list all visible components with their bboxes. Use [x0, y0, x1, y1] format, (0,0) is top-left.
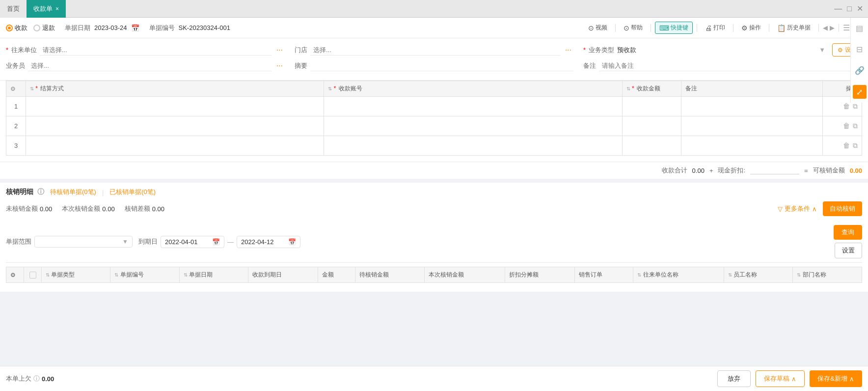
select-all-checkbox[interactable] — [29, 272, 36, 279]
copy-icon-2[interactable]: ⧉ — [853, 122, 858, 130]
btn-operation[interactable]: ⚙ 操作 — [737, 22, 765, 33]
cell-account-1[interactable] — [324, 97, 622, 116]
bottom-actions: 放弃 保存草稿 ∧ 保存&新增 ∧ — [717, 370, 862, 387]
btn-history[interactable]: 📋 历史单据 — [773, 22, 814, 33]
more-conditions-btn[interactable]: ▽ 更多条件 ∧ — [778, 204, 817, 213]
sidebar-link-icon[interactable]: 🔗 — [853, 64, 867, 77]
delete-icon-3[interactable]: 🗑 — [843, 141, 850, 150]
cell-account-2[interactable] — [324, 116, 622, 136]
remark-input[interactable] — [599, 60, 862, 71]
tab-done[interactable]: 已核销单据(0笔) — [109, 188, 156, 196]
cell-remark-1[interactable] — [681, 97, 822, 116]
abandon-button[interactable]: 放弃 — [717, 370, 751, 387]
delete-icon-2[interactable]: 🗑 — [843, 122, 850, 130]
maximize-icon[interactable]: □ — [847, 4, 852, 13]
list-view-icon[interactable]: ☰ — [843, 23, 850, 32]
radio-return-label: 退款 — [42, 24, 55, 32]
cell-remark-2[interactable] — [681, 116, 822, 136]
close-icon[interactable]: ✕ — [857, 4, 863, 13]
store-more-btn[interactable]: ··· — [563, 46, 573, 55]
save-new-chevron: ∧ — [849, 375, 854, 383]
net-value: 0.00 — [850, 167, 862, 174]
copy-icon-1[interactable]: ⧉ — [853, 102, 858, 111]
calendar-to-icon[interactable]: 📅 — [288, 238, 296, 246]
table-settings-icon[interactable]: ⚙ — [10, 85, 16, 92]
date-to-input[interactable] — [241, 238, 285, 246]
next-icon[interactable]: ▶ — [830, 24, 835, 31]
settings-button[interactable]: 设置 — [835, 243, 862, 258]
minimize-icon[interactable]: — — [834, 4, 842, 13]
counterpart-more-btn[interactable]: ··· — [274, 46, 285, 55]
save-new-button[interactable]: 保存&新增 ∧ — [810, 370, 862, 387]
verify-settings-icon[interactable]: ⚙ — [10, 272, 16, 279]
help-icon: ⊙ — [624, 24, 629, 32]
btn-shortcut[interactable]: ⌨ 快捷键 — [655, 22, 693, 34]
staff-field: 业务员 ··· — [6, 60, 285, 71]
remark-field: 备注 — [583, 60, 862, 71]
tab-close-icon[interactable]: × — [55, 5, 59, 12]
cell-settlement-2[interactable] — [26, 116, 324, 136]
save-draft-button[interactable]: 保存草稿 ∧ — [756, 370, 805, 387]
cell-amount-3[interactable] — [622, 136, 681, 156]
prev-icon[interactable]: ◀ — [823, 24, 828, 31]
store-input[interactable] — [310, 45, 560, 56]
calendar-icon[interactable]: 📅 — [131, 24, 139, 32]
unverified-value: 0.00 — [40, 205, 52, 213]
print-icon: 🖨 — [705, 24, 712, 32]
sidebar-expand-icon[interactable]: ⤢ — [853, 85, 867, 99]
radio-return-circle — [33, 25, 40, 31]
btn-print[interactable]: 🖨 打印 — [701, 22, 729, 33]
doc-range-chevron: ▼ — [122, 238, 128, 245]
btn-help[interactable]: ⊙ 帮助 — [620, 22, 647, 33]
cell-remark-3[interactable] — [681, 136, 822, 156]
delete-icon-1[interactable]: 🗑 — [843, 102, 850, 111]
btn-video[interactable]: ⊙ 视频 — [584, 22, 611, 33]
radio-return[interactable]: 退款 — [33, 24, 55, 32]
sidebar-doc-icon[interactable]: ⊟ — [854, 43, 865, 56]
cell-settlement-1[interactable] — [26, 97, 324, 116]
cell-amount-1[interactable] — [622, 97, 681, 116]
doc-range-label: 单据范围 — [6, 237, 31, 246]
staff-input[interactable] — [28, 60, 271, 71]
tab-home-label: 首页 — [7, 4, 20, 13]
counterpart-label: * 往来单位 — [6, 46, 37, 55]
main-content: 收款 退款 单据日期 2023-03-24 📅 单据编号 SK-20230324… — [0, 18, 868, 292]
tab-home[interactable]: 首页 — [0, 0, 27, 18]
tab-active[interactable]: 收款单 × — [27, 0, 66, 18]
summary-row: 收款合计 0.00 + 现金折扣: = 可核销金额 0.00 — [0, 162, 868, 179]
calendar-from-icon[interactable]: 📅 — [212, 238, 220, 246]
discount-input[interactable] — [750, 167, 799, 174]
date-from-input[interactable] — [165, 238, 209, 246]
verify-tabs: 待核销单据(0笔) | 已核销单据(0笔) — [50, 188, 156, 196]
business-type-chevron[interactable]: ▼ — [819, 46, 825, 54]
vth-collect-date: 收款到期日 — [248, 267, 318, 283]
btn-video-label: 视频 — [596, 24, 607, 32]
remark-label: 备注 — [583, 61, 596, 70]
sidebar-table-icon[interactable]: ▤ — [854, 22, 865, 35]
th-account: ⇅ * 收款账号 — [324, 81, 622, 97]
cell-account-3[interactable] — [324, 136, 622, 156]
table-row: 2 🗑 ⧉ — [6, 116, 862, 136]
verify-table: ⚙ ⇅ 单据类型 ⇅ 单据编号 — [6, 267, 862, 283]
auto-verify-button[interactable]: 自动核销 — [823, 201, 862, 216]
doc-range-select[interactable]: ▼ — [34, 236, 133, 248]
history-icon: 📋 — [777, 24, 786, 32]
staff-label: 业务员 — [6, 61, 25, 70]
filter-icon: ▽ — [778, 205, 783, 213]
copy-icon-3[interactable]: ⧉ — [853, 141, 858, 150]
row-num-3: 3 — [6, 136, 26, 156]
counterpart-input[interactable] — [40, 45, 271, 56]
info-icon[interactable]: ⓘ — [37, 188, 44, 196]
radio-receive[interactable]: 收款 — [6, 24, 27, 32]
tab-pending[interactable]: 待核销单据(0笔) — [50, 188, 96, 196]
payment-type-radio: 收款 退款 — [6, 24, 55, 32]
staff-more-btn[interactable]: ··· — [274, 61, 285, 70]
th-remark: 备注 — [681, 81, 822, 97]
discount-label: 现金折扣: — [718, 166, 745, 175]
required-mark2: * — [583, 46, 586, 54]
current-label: 本单上欠 — [6, 374, 31, 383]
cell-amount-2[interactable] — [622, 116, 681, 136]
summary-input[interactable] — [310, 60, 573, 71]
query-button[interactable]: 查询 — [834, 225, 862, 240]
cell-settlement-3[interactable] — [26, 136, 324, 156]
